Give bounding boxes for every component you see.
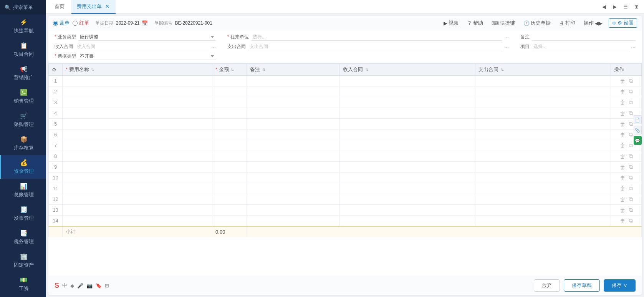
tab-expense-bill[interactable]: 费用支出单✕ [71, 0, 116, 14]
partner-input[interactable] [251, 33, 502, 41]
side-tab-chat[interactable]: 💬 [634, 136, 642, 145]
sort-icon-expense-con[interactable]: ⇅ [501, 68, 504, 72]
income-contract-dots[interactable]: ··· [211, 44, 216, 50]
sidebar-item-fund[interactable]: 💰 资金管理 [0, 155, 46, 179]
tab-close-expense-bill[interactable]: ✕ [104, 3, 110, 10]
sort-icon-income[interactable]: ⇅ [365, 68, 368, 72]
radio-red[interactable]: 红单 [73, 20, 89, 27]
sidebar-item-tax[interactable]: 📑 税务管理 [0, 226, 46, 249]
cell-expense-contract-4[interactable] [475, 108, 611, 119]
cell-expense-contract-1[interactable] [475, 76, 611, 86]
cell-expense-contract-8[interactable] [475, 151, 611, 162]
cell-expense-name-10[interactable] [63, 173, 212, 183]
sidebar-item-quick-nav[interactable]: ⚡ 快捷导航 [0, 15, 46, 38]
col-settings[interactable]: ⚙ [49, 64, 63, 76]
copy-icon-6[interactable]: ⧉ [628, 131, 634, 138]
delete-icon-8[interactable]: 🗑 [619, 153, 626, 160]
cell-expense-name-14[interactable] [63, 216, 212, 227]
sidebar-item-inventory[interactable]: 📦 库存核算 [0, 132, 46, 155]
copy-icon-8[interactable]: ⧉ [628, 153, 634, 160]
tab-list-btn[interactable]: ☰ [621, 2, 630, 12]
cell-remark-1[interactable] [247, 76, 340, 86]
cell-amount-6[interactable] [212, 129, 247, 140]
cell-income-contract-9[interactable] [340, 162, 475, 173]
delete-icon-3[interactable]: 🗑 [619, 99, 626, 106]
delete-icon-2[interactable]: 🗑 [619, 88, 626, 95]
save-draft-button[interactable]: 保存草稿 [564, 279, 600, 292]
sidebar-item-salary[interactable]: 💵 工资 [0, 272, 46, 296]
cell-expense-contract-12[interactable] [475, 194, 611, 205]
cell-expense-contract-5[interactable] [475, 119, 611, 129]
cell-amount-9[interactable] [212, 162, 247, 173]
cell-expense-name-1[interactable] [63, 76, 212, 86]
bottom-icon-camera[interactable]: 📷 [86, 283, 93, 289]
invoice-type-select[interactable]: 不开票 [78, 53, 216, 60]
cell-expense-name-9[interactable] [63, 162, 212, 173]
cell-remark-13[interactable] [247, 205, 340, 216]
cell-expense-name-7[interactable] [63, 140, 212, 151]
side-tab-doc[interactable]: 📄 [634, 115, 642, 124]
copy-icon-2[interactable]: ⧉ [628, 88, 634, 95]
copy-icon-12[interactable]: ⧉ [628, 196, 634, 203]
cell-expense-name-8[interactable] [63, 151, 212, 162]
cell-expense-name-5[interactable] [63, 119, 212, 129]
cell-expense-contract-11[interactable] [475, 183, 611, 194]
cell-income-contract-7[interactable] [340, 140, 475, 151]
cell-expense-name-11[interactable] [63, 183, 212, 194]
cell-income-contract-3[interactable] [340, 97, 475, 108]
discard-button[interactable]: 放弃 [534, 279, 560, 292]
expense-contract-dots[interactable]: ··· [504, 44, 509, 50]
radio-blue[interactable]: 蓝单 [53, 20, 70, 27]
sidebar-item-purchase[interactable]: 🛒 采购管理 [0, 108, 46, 132]
cell-remark-7[interactable] [247, 140, 340, 151]
cell-income-contract-2[interactable] [340, 86, 475, 97]
project-input[interactable] [532, 43, 629, 50]
cell-income-contract-5[interactable] [340, 119, 475, 129]
calendar-icon[interactable]: 📅 [142, 20, 148, 26]
tab-grid-btn[interactable]: ⊞ [632, 2, 641, 12]
cell-amount-10[interactable] [212, 173, 247, 183]
cell-expense-name-6[interactable] [63, 129, 212, 140]
delete-icon-5[interactable]: 🗑 [619, 121, 626, 128]
sidebar-item-project-contract[interactable]: 📋 项目合同 [0, 38, 46, 61]
cell-remark-12[interactable] [247, 194, 340, 205]
cell-expense-contract-13[interactable] [475, 205, 611, 216]
cell-amount-12[interactable] [212, 194, 247, 205]
cell-expense-name-13[interactable] [63, 205, 212, 216]
sort-icon-amount[interactable]: ⇅ [231, 68, 234, 72]
cell-expense-name-3[interactable] [63, 97, 212, 108]
tab-prev-btn[interactable]: ◀ [599, 2, 609, 12]
tab-next-btn[interactable]: ▶ [610, 2, 619, 12]
copy-icon-11[interactable]: ⧉ [628, 185, 634, 192]
expense-contract-input[interactable] [248, 43, 502, 50]
cell-income-contract-11[interactable] [340, 183, 475, 194]
cell-expense-contract-2[interactable] [475, 86, 611, 97]
settings-btn[interactable]: ⚙ ⚙ 设置 [609, 18, 637, 28]
copy-icon-14[interactable]: ⧉ [628, 217, 634, 224]
cell-income-contract-8[interactable] [340, 151, 475, 162]
cell-remark-5[interactable] [247, 119, 340, 129]
sidebar-item-invoice[interactable]: 🧾 发票管理 [0, 202, 46, 226]
cell-income-contract-14[interactable] [340, 216, 475, 227]
partner-dots[interactable]: ··· [504, 34, 509, 40]
history-btn[interactable]: 🕐 历史单据 [521, 19, 553, 27]
cell-remark-11[interactable] [247, 183, 340, 194]
cell-remark-14[interactable] [247, 216, 340, 227]
shortcut-btn[interactable]: ⌨ 快捷键 [489, 19, 517, 27]
copy-icon-10[interactable]: ⧉ [628, 174, 634, 181]
cell-expense-name-2[interactable] [63, 86, 212, 97]
sidebar-item-ledger[interactable]: 📊 总账管理 [0, 179, 46, 202]
cell-remark-4[interactable] [247, 108, 340, 119]
cell-income-contract-1[interactable] [340, 76, 475, 86]
date-value[interactable]: 2022-09-21 [116, 20, 139, 26]
cell-remark-8[interactable] [247, 151, 340, 162]
bottom-icon-grid[interactable]: ⊞ [105, 283, 109, 289]
sidebar-item-sales[interactable]: 💹 销售管理 [0, 85, 46, 108]
cell-amount-3[interactable] [212, 97, 247, 108]
copy-icon-7[interactable]: ⧉ [628, 142, 634, 149]
bottom-icon-zhong[interactable]: 中 [62, 282, 67, 289]
cell-expense-contract-14[interactable] [475, 216, 611, 227]
delete-icon-7[interactable]: 🗑 [619, 142, 626, 149]
cell-expense-contract-9[interactable] [475, 162, 611, 173]
copy-icon-4[interactable]: ⧉ [628, 110, 634, 117]
